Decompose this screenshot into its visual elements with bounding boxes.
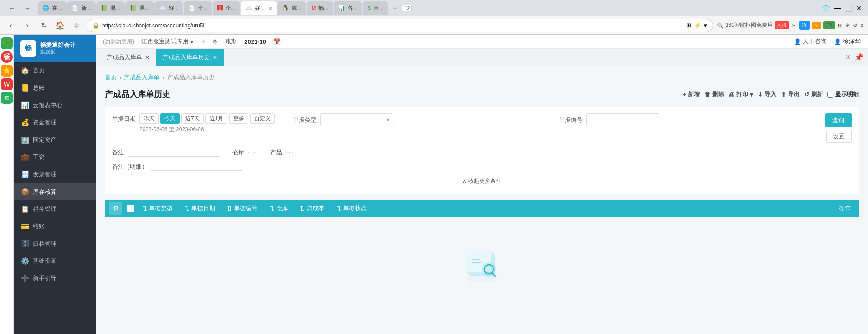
browser-back-button[interactable]: ‹	[5, 19, 17, 32]
sort-icon-type: ⇅	[142, 205, 147, 212]
ledger-icon: 📒	[21, 84, 29, 92]
browser-bookmark-button[interactable]: ☆	[70, 19, 83, 32]
refresh-action-button[interactable]: ↺ 刷新	[804, 90, 823, 98]
nav-item-funds[interactable]: 💰 资金管理	[14, 114, 96, 131]
nav-item-guide[interactable]: ➕ 新手引导	[14, 270, 96, 287]
nav-item-archive[interactable]: 🗄️ 归档管理	[14, 235, 96, 252]
breadcrumb-list[interactable]: 产成品入库单	[124, 73, 159, 82]
new-tab-button[interactable]: +	[389, 2, 401, 15]
date-btn-yesterday[interactable]: 昨天	[139, 113, 159, 124]
panel-close-icon[interactable]: ✕	[845, 53, 851, 62]
collapse-button[interactable]: ∧ 收起更多条件	[462, 177, 501, 185]
browser-tab-3[interactable]: 📗 易...	[96, 1, 125, 15]
back-button[interactable]: ←	[5, 2, 18, 15]
browser-reload-button[interactable]: ↻	[37, 19, 50, 32]
tab-8-close[interactable]: ✕	[268, 5, 272, 11]
browser-tab-2[interactable]: 📄 新...	[67, 1, 96, 15]
headset-icon: 👤	[794, 38, 801, 45]
show-detail-input[interactable]	[827, 92, 833, 98]
nav-item-inventory[interactable]: 📦 库存核算	[14, 183, 96, 200]
nav-item-reports[interactable]: 📊 云报表中心	[14, 97, 96, 114]
tab-product-list-close[interactable]: ✕	[145, 54, 149, 61]
browser-tab-4[interactable]: 📗 易...	[125, 1, 154, 15]
nav-item-fixed-assets[interactable]: 🏢 固定资产	[14, 131, 96, 149]
gear-settings-icon[interactable]: ⚙	[212, 38, 218, 45]
tab-6-label: 个...	[198, 5, 208, 12]
date-btn-more[interactable]: 更多	[229, 113, 248, 124]
delete-action-button[interactable]: 🗑 删除	[704, 90, 724, 98]
toolbar-gear-button[interactable]: ⚙	[109, 202, 122, 215]
export-action-button[interactable]: ⬆ 导出	[781, 90, 800, 98]
browser-tab-7[interactable]: 🅲 企...	[213, 1, 240, 15]
number-filter-label: 单据编号	[559, 116, 583, 124]
toolbar-select-all[interactable]	[127, 205, 134, 212]
nav-item-home[interactable]: 🏠 首页	[14, 62, 96, 79]
app-icon-1[interactable]: 🌿	[1, 37, 13, 49]
dropdown-arrow-icon[interactable]: ▾	[704, 22, 707, 29]
nav-item-ledger[interactable]: 📒 总账	[14, 79, 96, 97]
remark-detail-input[interactable]	[151, 162, 242, 171]
calendar-icon[interactable]: 📅	[273, 38, 281, 45]
nav-item-salary[interactable]: 💼 工资	[14, 149, 96, 166]
import-action-button[interactable]: ⬇ 导入	[758, 90, 776, 98]
browser-tab-8[interactable]: ☁️ 好... ✕	[241, 1, 277, 15]
address-input-wrap[interactable]: 🔒 https://cloud.chanjet.com/accounting/u…	[87, 19, 713, 32]
browser-tab-12[interactable]: S 目...	[363, 1, 388, 15]
close-window-button[interactable]: ✕	[856, 5, 862, 12]
warehouse-dots[interactable]: ···	[248, 149, 257, 157]
col-cost[interactable]: ⇅ 总成本	[296, 204, 328, 212]
new-action-button[interactable]: + 新增	[683, 90, 700, 98]
tab-4-label: 易...	[139, 5, 149, 12]
app-icon-5[interactable]: ✉	[1, 92, 13, 104]
browser-tab-5[interactable]: ☁️ 好...	[154, 1, 183, 15]
forward-button[interactable]: →	[21, 2, 34, 15]
date-btn-today[interactable]: 今天	[160, 113, 180, 124]
print-action-button[interactable]: 🖨 打印 ▾	[729, 90, 753, 98]
filter-right-actions: 查询 设置	[825, 113, 852, 143]
minimize-button[interactable]: —	[834, 4, 841, 12]
tab-product-history-close[interactable]: ✕	[213, 54, 217, 61]
tab-5-label: 好...	[169, 5, 179, 12]
human-service-button[interactable]: 👤 人工咨询	[794, 37, 827, 46]
browser-forward-button[interactable]: ›	[21, 19, 34, 32]
app-icon-2[interactable]: 畅	[1, 51, 13, 63]
date-btn-7days[interactable]: 近7天	[181, 113, 204, 124]
nav-item-tax[interactable]: 📋 税务管理	[14, 200, 96, 218]
maximize-button[interactable]: ⬜	[845, 5, 853, 12]
panel-pin-icon[interactable]: 📌	[854, 53, 863, 62]
settings-button[interactable]: 设置	[826, 130, 852, 143]
left-nav-header: 畅 畅捷通好会计 旗舰版	[14, 35, 96, 62]
nav-item-settings[interactable]: ⚙️ 基础设置	[14, 252, 96, 270]
app-icon-4[interactable]: W	[1, 78, 13, 90]
user-profile[interactable]: 👤 徐泽华	[834, 37, 861, 46]
show-detail-checkbox[interactable]: 显示明细	[827, 90, 859, 98]
nav-item-invoice[interactable]: 🧾 发票管理	[14, 166, 96, 183]
col-warehouse[interactable]: ⇅ 仓库	[266, 204, 292, 212]
print-dropdown[interactable]: ▾	[750, 91, 753, 98]
type-filter-select[interactable]: ▾	[320, 113, 393, 126]
browser-tab-6[interactable]: 📄 个...	[184, 1, 212, 15]
col-number[interactable]: ⇅ 单据编号	[223, 204, 261, 212]
browser-tab-9[interactable]: 🐧 腾...	[277, 1, 306, 15]
date-btn-custom[interactable]: 自定义	[250, 113, 275, 124]
col-status[interactable]: ⇅ 单据状态	[333, 204, 370, 212]
add-button[interactable]: +	[201, 37, 205, 46]
breadcrumb-home[interactable]: 首页	[105, 73, 117, 82]
col-date[interactable]: ⇅ 单据日期	[181, 204, 219, 212]
date-btn-1month[interactable]: 近1月	[205, 113, 228, 124]
query-button[interactable]: 查询	[825, 113, 852, 127]
col-type[interactable]: ⇅ 单据类型	[139, 204, 176, 212]
tab-product-history[interactable]: 产成品入库单历史 ✕	[156, 49, 224, 66]
browser-tab-11[interactable]: 📊 各...	[334, 1, 362, 15]
number-filter-input[interactable]	[586, 113, 659, 126]
remark-filter-input[interactable]	[128, 148, 219, 157]
company-selector[interactable]: 江西服宝测试专用 ▾	[141, 37, 194, 46]
browser-tab-10[interactable]: M 畅...	[307, 1, 333, 15]
product-dots[interactable]: ···	[286, 149, 294, 157]
app-icon-3[interactable]: ⭐	[1, 65, 13, 77]
tab-product-list[interactable]: 产成品入库单 ✕	[100, 49, 156, 66]
nav-item-settlement[interactable]: 💳 结账	[14, 218, 96, 235]
browser-home-button[interactable]: 🏠	[54, 19, 67, 32]
browser-tab-1[interactable]: 🌐 在...	[38, 1, 67, 15]
remark-filter-group: 备注	[112, 148, 219, 157]
